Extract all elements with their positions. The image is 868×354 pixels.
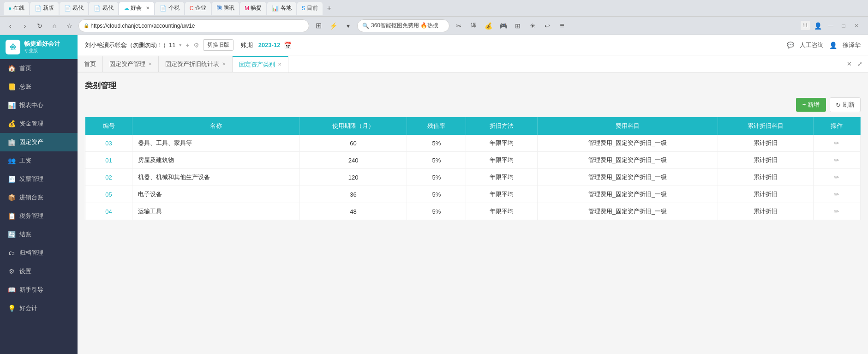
cell-method-2: 年限平均 <box>466 169 537 186</box>
badge-count: 11 <box>801 21 810 30</box>
cell-code-3[interactable]: 05 <box>85 186 132 203</box>
sidebar-item-icon-1: 📒 <box>7 83 16 91</box>
switch-version-button[interactable]: 切换旧版 <box>203 39 233 51</box>
browser-tab-8[interactable]: M 畅提 <box>240 2 266 15</box>
grid-button[interactable]: ⊞ <box>512 20 523 31</box>
extensions-button[interactable]: ⚡ <box>328 20 339 31</box>
translate-button[interactable]: 译 <box>468 20 479 31</box>
cell-action-4[interactable]: ✏ <box>813 203 860 220</box>
edit-icon-2[interactable]: ✏ <box>834 174 839 181</box>
menu-button[interactable]: ≡ <box>557 20 568 31</box>
undo-button[interactable]: ↩ <box>542 20 553 31</box>
browser-tab-6[interactable]: C 企业 <box>185 2 211 15</box>
home-button[interactable]: ⌂ <box>49 20 60 31</box>
sidebar-item-固定资产[interactable]: 🏢固定资产 <box>0 133 78 151</box>
calendar-icon[interactable]: 📅 <box>284 42 292 49</box>
forward-button[interactable]: › <box>19 20 30 31</box>
sidebar-item-icon-10: 🗂 <box>7 249 16 257</box>
cell-code-0[interactable]: 03 <box>85 135 132 152</box>
new-tab-button[interactable]: + <box>323 3 335 14</box>
sidebar-item-label-10: 归档管理 <box>19 249 43 257</box>
table-row: 01 房屋及建筑物 240 5% 年限平均 管理费用_固定资产折旧_一级 累计折… <box>85 152 861 169</box>
sidebar-item-结账[interactable]: 🔄结账 <box>0 225 78 244</box>
page-tab-depreciation-stats[interactable]: 固定资产折旧统计表 ✕ <box>159 56 233 72</box>
edit-icon-3[interactable]: ✏ <box>834 191 839 198</box>
browser-tab-0[interactable]: ● 在线 <box>4 2 29 15</box>
sidebar-item-label-6: 发票管理 <box>19 175 43 183</box>
table-col-编号: 编号 <box>85 117 132 135</box>
dropdown-button[interactable]: ▾ <box>342 20 353 31</box>
account-name-label: 刘小艳演示帐套（勿删勿动！）11 <box>85 41 175 49</box>
sidebar-item-资金管理[interactable]: 💰资金管理 <box>0 114 78 133</box>
wallet-button[interactable]: 💰 <box>483 20 494 31</box>
page-tab-close-3[interactable]: ✕ <box>278 62 281 67</box>
browser-tab-5[interactable]: 📄 个税 <box>155 2 184 15</box>
person-button[interactable]: 👤 <box>813 21 823 31</box>
scissors-button[interactable]: ✂ <box>453 20 464 31</box>
toolbar: + 新增 ↻ 刷新 <box>85 97 861 112</box>
maximize-button[interactable]: □ <box>838 21 849 31</box>
table-row: 02 机器、机械和其他生产设备 120 5% 年限平均 管理费用_固定资产折旧_… <box>85 169 861 186</box>
page-tab-bar: 首页 固定资产管理 ✕ 固定资产折旧统计表 ✕ 固定资产类别 ✕ ✕ ⤢ <box>78 55 868 73</box>
cell-action-1[interactable]: ✏ <box>813 152 860 169</box>
sidebar-item-工资[interactable]: 👥工资 <box>0 151 78 170</box>
close-button[interactable]: ✕ <box>851 21 862 31</box>
edit-icon-0[interactable]: ✏ <box>834 139 839 147</box>
browser-tab-close-4[interactable]: ✕ <box>146 6 150 11</box>
browser-tab-1[interactable]: 📄 新版 <box>30 2 59 15</box>
browser-tab-3[interactable]: 📄 易代 <box>89 2 118 15</box>
browser-tab-10[interactable]: S 目前 <box>297 2 323 15</box>
sidebar-item-设置[interactable]: ⚙设置 <box>0 262 78 281</box>
devices-button[interactable]: ⊞ <box>313 20 324 31</box>
page-tab-close-2[interactable]: ✕ <box>222 61 226 66</box>
sidebar-item-发票管理[interactable]: 🧾发票管理 <box>0 170 78 188</box>
reload-button[interactable]: ↻ <box>34 20 45 31</box>
edit-icon-4[interactable]: ✏ <box>834 208 839 215</box>
table-col-使用期限（月）: 使用期限（月） <box>299 117 407 135</box>
back-button[interactable]: ‹ <box>5 20 16 31</box>
add-button[interactable]: + 新增 <box>796 98 826 112</box>
page-tab-close-1[interactable]: ✕ <box>148 61 152 66</box>
search-icon: 🔍 <box>362 23 369 29</box>
page-tab-category[interactable]: 固定资产类别 ✕ <box>233 56 288 72</box>
browser-tab-2[interactable]: 📄 易代 <box>60 2 88 15</box>
cell-action-2[interactable]: ✏ <box>813 169 860 186</box>
cell-action-0[interactable]: ✏ <box>813 135 860 152</box>
cell-code-1[interactable]: 01 <box>85 152 132 169</box>
consult-label[interactable]: 人工咨询 <box>800 41 824 49</box>
browser-tab-4[interactable]: ☁ 好会 ✕ <box>119 2 155 15</box>
browser-tab-7[interactable]: 腾 腾讯 <box>212 2 239 15</box>
url-input[interactable]: 🔒 https://cloud.chanjet.com/accounting/u… <box>78 19 309 32</box>
page-tab-fixed-assets-mgmt[interactable]: 固定资产管理 ✕ <box>103 56 159 72</box>
refresh-button[interactable]: ↻ 刷新 <box>830 97 861 112</box>
cell-accum-0: 累计折旧 <box>718 135 813 152</box>
edit-icon-1[interactable]: ✏ <box>834 156 839 164</box>
sidebar-item-好会计[interactable]: 💡好会计 <box>0 299 78 318</box>
bookmark-button[interactable]: ☆ <box>64 20 75 31</box>
sidebar-item-归档管理[interactable]: 🗂归档管理 <box>0 244 78 262</box>
add-account-button[interactable]: + <box>186 42 189 49</box>
settings-icon[interactable]: ⚙ <box>193 42 199 49</box>
sidebar-item-进销台账[interactable]: 📦进销台账 <box>0 188 78 207</box>
cell-expense-3: 管理费用_固定资产折旧_一级 <box>537 186 718 203</box>
sidebar-item-新手引导[interactable]: 📖新手引导 <box>0 281 78 299</box>
minimize-button[interactable]: — <box>826 21 836 31</box>
sidebar-item-首页[interactable]: 🏠首页 <box>0 59 78 78</box>
period-value: 2023-12 <box>258 42 281 48</box>
cell-code-2[interactable]: 02 <box>85 169 132 186</box>
page-title: 类别管理 <box>85 80 861 91</box>
tab-close-window[interactable]: ✕ <box>845 59 854 69</box>
cell-code-4[interactable]: 04 <box>85 203 132 220</box>
sidebar-item-总账[interactable]: 📒总账 <box>0 78 78 96</box>
browser-tab-9[interactable]: 📊 各地 <box>267 2 296 15</box>
sidebar-item-税务管理[interactable]: 📋税务管理 <box>0 207 78 225</box>
cell-action-3[interactable]: ✏ <box>813 186 860 203</box>
tab-restore-window[interactable]: ⤢ <box>856 59 864 69</box>
cell-expense-4: 管理费用_固定资产折旧_一级 <box>537 203 718 220</box>
game-button[interactable]: 🎮 <box>497 20 509 31</box>
sidebar: 会 畅捷通好会计 专业版 🏠首页📒总账📊报表中心💰资金管理🏢固定资产👥工资🧾发票… <box>0 35 78 354</box>
sidebar-item-报表中心[interactable]: 📊报表中心 <box>0 96 78 114</box>
brightness-button[interactable]: ☀ <box>527 20 538 31</box>
page-tab-home[interactable]: 首页 <box>78 56 103 72</box>
browser-search[interactable]: 🔍 360智能抠图免费用 🔥热搜 <box>357 19 449 32</box>
